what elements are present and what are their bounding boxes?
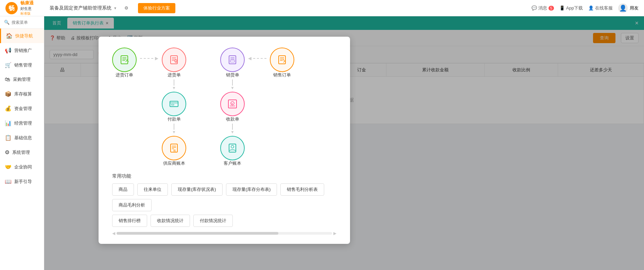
system-dropdown-icon[interactable]: ▾ [114,6,116,11]
customer-account-label: 客户账本 [224,160,241,166]
avatar: 👤 [618,3,628,13]
logo-area: 畅 畅康通 好生意 标准版 [5,0,50,16]
func-btn-payment-stats[interactable]: 付款情况统计 [193,215,233,227]
content-area: 首页 销售订单执行表 × × ❓ 帮助 🖨 按模板打印 [44,16,644,270]
payment-label: 付款单 [168,116,181,122]
func-btn-stock-dist[interactable]: 现存量(库存分布表) [226,183,277,196]
sidebar-item-label: 销售管理 [14,62,32,68]
supplier-account-circle[interactable]: 账 [162,136,186,160]
func-btn-sales-rank[interactable]: 销售排行榜 [112,215,147,227]
purchase-bill-label: 进货单 [168,72,181,78]
popup-scrollbar [117,232,332,235]
func-row-1: 商品 往来单位 现存量(库存状况表) 现存量(库存分布表) 销售毛利分析表 商品… [112,183,336,211]
func-btn-receipt-stats[interactable]: 收款情况统计 [151,215,190,227]
sidebar-item-label: 经营管理 [14,120,32,126]
operations-icon: 📊 [5,120,12,126]
sidebar-item-guide[interactable]: 📖 新手引导 [0,174,44,189]
svg-rect-9 [170,101,178,107]
popup-scrollbar-row: ◀ ▶ [112,231,336,236]
sidebar-item-collab[interactable]: 🤝 企业协同 [0,160,44,174]
arrow-v1: ▼ [172,79,176,90]
purchase-bill-circle[interactable] [162,48,186,72]
sidebar-item-marketing[interactable]: 📢 营销推广 [0,43,44,58]
finance-icon: 💰 [5,105,12,112]
brand-name: 畅康通 [20,0,34,6]
sidebar-item-label: 库存核算 [14,91,32,97]
settings-btn[interactable]: ⚙ [122,3,131,13]
sidebar-item-purchase[interactable]: 🛍 采购管理 [0,72,44,87]
func-btn-stock-status[interactable]: 现存量(库存状况表) [171,183,223,196]
customer-account-circle[interactable] [220,136,245,160]
message-icon: 💬 [532,5,537,11]
search-input[interactable] [12,20,39,25]
scroll-right-btn[interactable]: ▶ [333,231,336,236]
func-btn-partners[interactable]: 往来单位 [137,183,168,196]
sidebar-search[interactable]: 🔍 [0,16,44,29]
sidebar-item-system[interactable]: ⚙ 系统管理 [0,145,44,160]
func-row-2: 销售排行榜 收款情况统计 付款情况统计 [112,215,336,227]
app-label: App下载 [566,5,583,11]
sidebar-item-sales[interactable]: 🛒 销售管理 [0,58,44,72]
payment-circle[interactable] [162,92,186,116]
scrollbar-thumb [117,232,278,235]
trial-button[interactable]: 体验行业方案 [138,3,175,13]
sales-icon: 🛒 [5,62,12,68]
svg-rect-11 [171,104,174,105]
service-icon: 👤 [588,5,594,11]
sidebar-item-basic-info[interactable]: 📋 基础信息 [0,130,44,145]
purchase-order-circle[interactable] [112,48,137,72]
sidebar-item-label: 采购管理 [13,76,31,83]
sidebar-item-finance[interactable]: 💰 资金管理 [0,101,44,116]
sale-bill-circle[interactable] [220,48,245,72]
arrow-v3: ▼ [172,124,176,134]
sale-bill-label: 销货单 [226,72,239,78]
guide-icon: 📖 [5,178,12,185]
marketing-icon: 📢 [5,47,12,54]
message-label: 消息 [538,5,547,11]
scroll-left-btn[interactable]: ◀ [112,231,115,236]
flow-node-sale-bill: 销货单 ▼ ¥ [220,48,245,166]
user-area[interactable]: 👤 用友 [618,3,639,13]
func-btn-goods[interactable]: 商品 [112,183,134,196]
app-download-item[interactable]: 📱 App下载 [559,5,583,11]
inventory-icon: 📦 [5,91,12,97]
func-btn-sales-profit[interactable]: 销售毛利分析表 [280,183,324,196]
sidebar-item-inventory[interactable]: 📦 库存核算 [0,87,44,101]
common-funcs: 常用功能 商品 往来单位 现存量(库存状况表) 现存量(库存分布表) 销售毛利分… [112,173,336,227]
top-right: 💬 消息 5 📱 App下载 👤 在线客服 👤 用友 [532,3,639,13]
collab-icon: 🤝 [5,164,12,170]
receipt-label: 收款单 [226,116,239,122]
receipt-circle[interactable]: ¥ [220,92,245,116]
popup: 进货订单 ▶ [99,37,350,244]
app-icon: 📱 [559,5,565,11]
popup-overlay: 进货订单 ▶ [44,16,644,270]
message-item[interactable]: 💬 消息 5 [532,5,554,11]
service-item[interactable]: 👤 在线客服 [588,5,613,11]
sidebar-item-label: 新手引导 [14,179,32,185]
top-bar: 畅 畅康通 好生意 标准版 装备及固定资产辅助管理系统 ▾ ⚙ 体验行业方案 💬… [0,0,644,16]
basic-info-icon: 📋 [5,134,12,141]
sidebar-item-operations[interactable]: 📊 经营管理 [0,116,44,130]
sidebar-item-quick-nav[interactable]: 🏠 快捷导航 [0,29,44,43]
sidebar-item-label: 基础信息 [14,135,32,141]
sale-order-label: 销售订单 [273,72,291,78]
arrow-h2: ◀ [248,56,266,61]
svg-rect-20 [230,60,234,62]
svg-rect-27 [279,56,285,64]
svg-rect-0 [121,56,128,64]
svg-text:账: 账 [173,149,176,152]
system-name: 装备及固定资产辅助管理系统 [50,5,111,11]
purchase-order-label: 进货订单 [116,72,133,78]
sale-order-circle[interactable] [270,48,294,72]
arrow-v2: ▼ [230,79,234,90]
svg-rect-17 [229,56,236,64]
sidebar: 🔍 🏠 快捷导航 📢 营销推广 🛒 销售管理 🛍 采购管理 📦 库存核 [0,16,44,270]
service-label: 在线客服 [595,5,613,11]
logo-text: 畅康通 好生意 标准版 [20,0,34,16]
sidebar-item-label: 快捷导航 [15,33,33,39]
system-icon: ⚙ [5,149,10,156]
func-btn-goods-profit[interactable]: 商品毛利分析 [112,199,152,211]
user-label: 用友 [630,5,639,11]
flow-node-purchase-bill: 进货单 ▼ [162,48,186,166]
logo-tag: 标准版 [20,11,34,16]
